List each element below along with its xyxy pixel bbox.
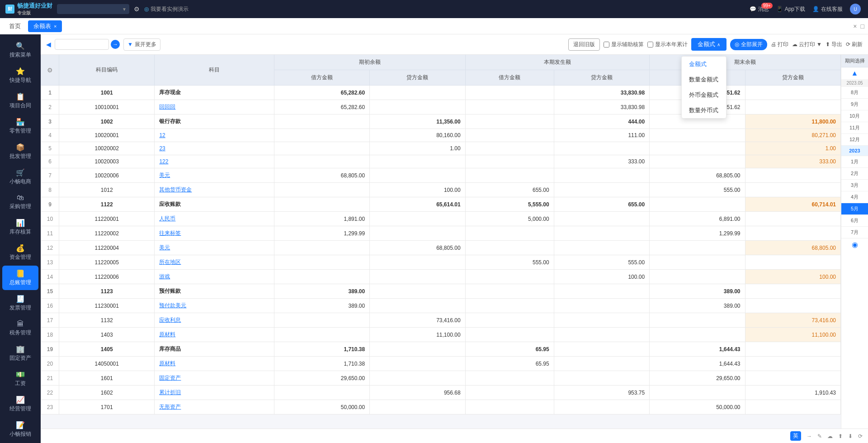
period-item-11[interactable]: 11月 <box>841 122 868 134</box>
sidebar-item-inventory[interactable]: 📊 库存核算 <box>2 215 38 239</box>
user-avatar: U <box>850 4 861 14</box>
cloud-icon[interactable]: ☁ <box>827 433 833 439</box>
search-wrapper[interactable]: ▼ <box>57 4 129 14</box>
auxiliary-checkbox[interactable] <box>604 42 609 48</box>
settings-button[interactable]: ⚙ <box>134 5 140 13</box>
sidebar-item-project[interactable]: 📋 项目合同 <box>2 89 38 113</box>
account-name-cell[interactable]: 游戏 <box>155 270 274 284</box>
expand-more-button[interactable]: ▼ 展开更多 <box>123 38 160 51</box>
messages-button[interactable]: 💬 消息 99+ <box>750 5 769 13</box>
account-name-cell[interactable]: 预付款美元 <box>155 299 274 313</box>
main-layout: 🔍 搜索菜单 ⭐ 快捷导航 📋 项目合同 🏪 零售管理 📦 批发管理 🛒 小畅电… <box>0 34 868 443</box>
account-name-cell[interactable]: 累计折旧 <box>155 386 274 400</box>
sidebar-item-quicknav[interactable]: ⭐ 快捷导航 <box>2 63 38 88</box>
account-name-cell[interactable]: 美元 <box>155 168 274 183</box>
demo-link[interactable]: ◎ 我要看实例演示 <box>144 5 189 13</box>
window-maximize-button[interactable]: □ <box>861 23 864 30</box>
period-item-5[interactable]: 5月 <box>841 203 868 215</box>
sidebar-item-invoice[interactable]: 🧾 发票管理 <box>2 291 38 315</box>
cloud-print-button[interactable]: ☁ 云打印 ▼ <box>792 41 822 48</box>
app-download-button[interactable]: 📱 App下载 <box>776 5 805 13</box>
period-item-10[interactable]: 10月 <box>841 110 868 122</box>
account-name-cell[interactable]: 原材料 <box>155 357 274 371</box>
search-input[interactable] <box>57 4 129 14</box>
period-item-9[interactable]: 9月 <box>841 99 868 110</box>
account-name-cell[interactable]: 人民币 <box>155 212 274 226</box>
period-item-12[interactable]: 12月 <box>841 134 868 146</box>
sidebar-item-tax[interactable]: 🏛 税务管理 <box>2 316 38 340</box>
jine-option-qty-foreign[interactable]: 数量外币式 <box>682 103 726 118</box>
window-close-button[interactable]: × <box>853 23 857 30</box>
account-name-cell[interactable]: 应收利息 <box>155 313 274 328</box>
sidebar-item-expense[interactable]: 📝 小畅报销 <box>2 417 38 442</box>
account-search-input[interactable]: 全部 <box>55 39 109 50</box>
period-item-3[interactable]: 3月 <box>841 180 868 191</box>
tab-balance[interactable]: 余额表 × <box>28 20 62 32</box>
table-cell <box>465 129 554 142</box>
account-name-cell[interactable]: 原材料 <box>155 328 274 342</box>
account-name-cell[interactable]: 固定资产 <box>155 371 274 386</box>
table-cell <box>274 270 369 284</box>
table-cell: 100.00 <box>554 270 649 284</box>
print-button[interactable]: 🖨 打印 <box>771 41 788 48</box>
upload-icon[interactable]: ⬆ <box>838 433 843 439</box>
account-name-cell[interactable]: 往来标签 <box>155 226 274 241</box>
sidebar-item-operation[interactable]: 📈 经营管理 <box>2 392 38 416</box>
table-cell: 11220005 <box>59 255 155 270</box>
account-name-cell[interactable]: 美元 <box>155 241 274 255</box>
sidebar-item-purchase[interactable]: 🛍 采购管理 <box>2 190 38 214</box>
sidebar-item-ledger[interactable]: 📒 总账管理 <box>2 266 38 290</box>
jine-option-foreign-money[interactable]: 外币金额式 <box>682 87 726 103</box>
search-dropdown-icon: ▼ <box>122 7 127 12</box>
full-expand-button[interactable]: ◎ 全部展开 <box>730 39 767 50</box>
account-name-cell[interactable]: 12 <box>155 129 274 142</box>
nav-arrow-button[interactable]: → <box>111 40 120 49</box>
table-settings-icon[interactable]: ⚙ <box>47 67 53 74</box>
nav-back-button[interactable]: ◀ <box>46 41 51 48</box>
refresh-button[interactable]: ⟳ 刷新 <box>846 41 863 48</box>
sidebar-item-capital[interactable]: 💰 资金管理 <box>2 240 38 265</box>
account-name-cell[interactable]: 122 <box>155 155 274 168</box>
tab-close-button[interactable]: × <box>54 24 57 29</box>
period-nav-up[interactable]: ▲ <box>841 67 868 79</box>
th-qc-credit: 贷方金额 <box>370 70 465 86</box>
account-name-cell[interactable]: 回回回 <box>155 100 274 114</box>
account-name-cell[interactable]: 无形资产 <box>155 400 274 414</box>
tab-home[interactable]: 首页 <box>4 19 26 33</box>
user-avatar-button[interactable]: U <box>850 4 863 14</box>
sidebar-item-salary[interactable]: 💵 工资 <box>2 367 38 391</box>
cloud-print-icon: ☁ <box>792 41 797 48</box>
auxiliary-check[interactable]: 显示辅助核算 <box>604 41 644 48</box>
jine-option-money[interactable]: 金额式 <box>682 57 726 72</box>
table-cell: 22 <box>41 386 59 400</box>
yearly-checkbox[interactable] <box>647 42 653 48</box>
sidebar-item-ecommerce[interactable]: 🛒 小畅电商 <box>2 165 38 189</box>
sidebar-item-search[interactable]: 🔍 搜索菜单 <box>2 38 38 62</box>
period-item-6[interactable]: 6月 <box>841 215 868 227</box>
lang-icon[interactable]: 英 <box>790 431 801 441</box>
period-year-2023[interactable]: 2023 <box>841 146 868 156</box>
sidebar-item-retail[interactable]: 🏪 零售管理 <box>2 114 38 138</box>
account-name-cell[interactable]: 23 <box>155 142 274 155</box>
sidebar-item-fixedassets[interactable]: 🏢 固定资产 <box>2 341 38 366</box>
return-old-button[interactable]: 退回旧版 <box>568 38 600 51</box>
jine-dropdown-button[interactable]: 金额式 ∧ <box>691 38 726 51</box>
period-item-8[interactable]: 8月 <box>841 87 868 99</box>
download-icon[interactable]: ⬇ <box>848 433 853 439</box>
jine-option-qty-money[interactable]: 数量金额式 <box>682 72 726 87</box>
account-name-cell[interactable]: 所在地区 <box>155 255 274 270</box>
jine-arrow-icon: ∧ <box>717 42 720 47</box>
edit-icon[interactable]: ✎ <box>817 433 822 439</box>
period-item-2[interactable]: 2月 <box>841 168 868 180</box>
account-name-cell[interactable]: 其他货币资金 <box>155 183 274 197</box>
sidebar-item-wholesale[interactable]: 📦 批发管理 <box>2 139 38 164</box>
table-cell <box>554 168 649 183</box>
period-nav-down[interactable]: ◉ <box>841 238 868 251</box>
period-item-7[interactable]: 7月 <box>841 227 868 238</box>
yearly-check[interactable]: 显示本年累计 <box>647 41 688 48</box>
period-item-1[interactable]: 1月 <box>841 156 868 168</box>
online-service-button[interactable]: 👤 在线客服 <box>812 5 843 13</box>
period-item-4[interactable]: 4月 <box>841 191 868 203</box>
sync-icon[interactable]: ⟳ <box>858 433 863 439</box>
export-button[interactable]: ⬆ 导出 <box>826 41 842 48</box>
